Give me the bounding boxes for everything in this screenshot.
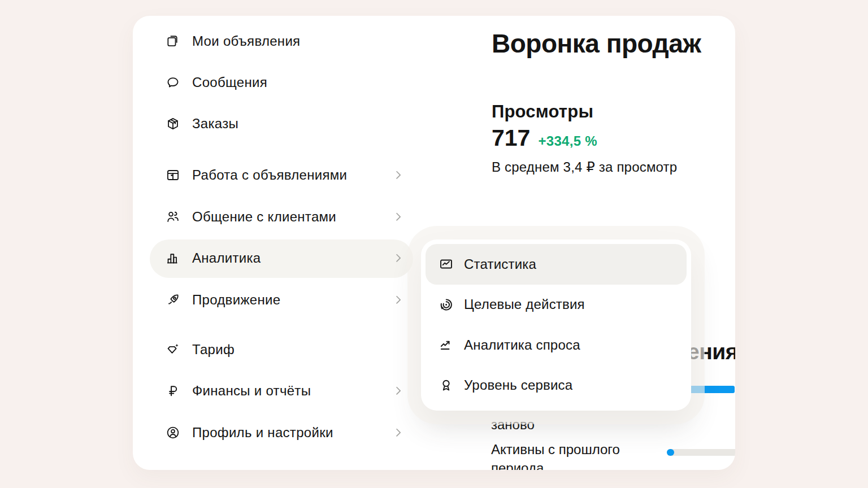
submenu-item-label: Уровень сервиса — [464, 377, 572, 393]
submenu-item-statistics[interactable]: Статистика — [426, 244, 687, 285]
medal-icon — [438, 377, 454, 393]
profile-icon — [166, 425, 180, 440]
views-metric-value: 717 — [492, 125, 530, 151]
progress-bar-fill — [667, 449, 674, 456]
chevron-right-icon — [393, 385, 405, 397]
users-icon — [166, 210, 180, 224]
stats-chart-icon — [438, 256, 454, 272]
submenu-item-target-actions[interactable]: Целевые действия — [426, 285, 687, 325]
sidebar-item-label: Профиль и настройки — [192, 425, 333, 441]
page-title: Воронка продаж — [492, 28, 701, 59]
trend-arrow-icon — [438, 337, 454, 353]
sidebar-item-label: Сообщения — [192, 75, 267, 90]
chevron-right-icon — [393, 294, 405, 306]
chevron-right-icon — [393, 211, 405, 223]
submenu-item-label: Статистика — [464, 256, 536, 272]
funnel-row-partial-label: заново — [491, 417, 535, 433]
menu-card: Воронка продаж Просмотры 717 +334,5 % В … — [133, 16, 735, 470]
chevron-right-icon — [393, 252, 405, 264]
progress-bar-track — [667, 449, 735, 456]
sidebar-item-label: Общение с клиентами — [192, 209, 336, 225]
chevron-right-icon — [393, 169, 405, 181]
sidebar-item-label: Аналитика — [192, 250, 261, 266]
submenu-item-service-level[interactable]: Уровень сервиса — [426, 365, 687, 406]
window-icon — [166, 168, 180, 182]
views-metric-caption: В среднем 3,4 ₽ за просмотр — [492, 159, 677, 175]
sidebar-item-label: Продвижение — [192, 292, 280, 308]
sidebar-item-orders[interactable]: Заказы — [166, 110, 405, 137]
sidebar-item-finance[interactable]: Финансы и отчёты — [166, 377, 405, 404]
submenu-item-demand-analytics[interactable]: Аналитика спроса — [426, 325, 687, 365]
views-metric-label: Просмотры — [492, 102, 593, 122]
sidebar-item-tariff[interactable]: Тариф — [166, 336, 405, 363]
sidebar-item-messages[interactable]: Сообщения — [166, 69, 405, 96]
sidebar-item-label: Работа с объявлениями — [192, 167, 347, 183]
sidebar-item-listings-work[interactable]: Работа с объявлениями — [166, 162, 405, 189]
sidebar-item-my-ads[interactable]: Мои объявления — [166, 28, 405, 55]
sidebar-item-label: Тариф — [192, 342, 235, 358]
sidebar-item-label: Мои объявления — [192, 33, 300, 49]
rocket-icon — [166, 293, 180, 307]
submenu-item-label: Целевые действия — [464, 297, 585, 312]
views-metric-delta: +334,5 % — [538, 133, 597, 149]
gem-icon — [166, 342, 180, 357]
sidebar-item-label: Финансы и отчёты — [192, 383, 311, 399]
bar-chart-icon — [166, 251, 180, 265]
submenu-item-label: Аналитика спроса — [464, 337, 580, 353]
funnel-row-label: Активны с прошлого периода — [491, 440, 650, 470]
copy-icon — [166, 34, 180, 49]
sidebar-item-analytics[interactable]: Аналитика — [166, 245, 405, 272]
sidebar-item-label: Заказы — [192, 116, 238, 132]
views-metric-row: 717 +334,5 % — [492, 125, 597, 151]
chevron-right-icon — [393, 426, 405, 439]
ruble-icon — [166, 384, 180, 398]
analytics-submenu: Статистика Целевые действия Аналитика сп… — [421, 239, 691, 411]
page-background: Воронка продаж Просмотры 717 +334,5 % В … — [0, 0, 868, 488]
package-icon — [166, 116, 180, 131]
chat-icon — [166, 75, 180, 90]
target-actions-icon — [438, 297, 454, 312]
sidebar-item-profile-settings[interactable]: Профиль и настройки — [166, 419, 405, 446]
sidebar-item-promotion[interactable]: Продвижение — [166, 286, 405, 313]
section-heading-partial: ения — [687, 339, 735, 364]
sidebar-item-client-communication[interactable]: Общение с клиентами — [166, 203, 405, 230]
